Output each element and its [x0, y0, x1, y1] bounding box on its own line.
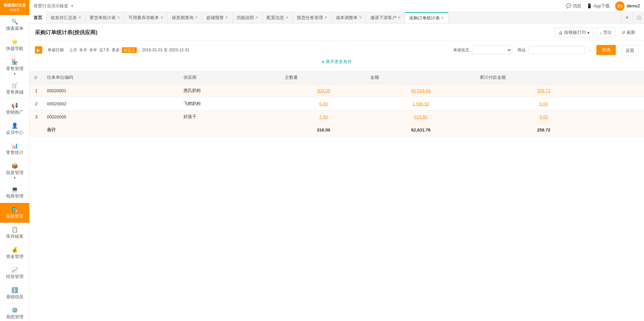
table-row[interactable]: 1 00020001 惠氏奶粉 303.00 60,519.44 259.72: [30, 84, 644, 97]
date-range: 2016-01-01 至 2023-12-31: [142, 47, 190, 53]
sidebar-item-2[interactable]: 🏪零售管理▲: [0, 55, 29, 79]
print-label: 按模板打印: [564, 30, 586, 36]
sidebar-arrow-7: ▲: [13, 176, 16, 179]
print-icon: 🖨: [558, 30, 563, 35]
print-button[interactable]: 🖨 按模板打印 ▾: [555, 28, 593, 38]
tab-1[interactable]: 收发存汇总表✕: [47, 12, 86, 23]
tab-10[interactable]: 邀请下游客户✕: [366, 12, 405, 23]
expand-more-btn[interactable]: ▾ 展开更多条件: [319, 57, 355, 66]
tab-close-9[interactable]: ✕: [359, 15, 362, 20]
td-qty-1[interactable]: 6.00: [281, 97, 366, 110]
footer-label: 合计: [43, 123, 179, 137]
sidebar-item-5[interactable]: 👤会员中心: [0, 119, 29, 139]
tab-7[interactable]: 配置信息✕: [263, 12, 293, 23]
tab-0[interactable]: 首页: [30, 12, 47, 23]
tab-9[interactable]: 成本调整单✕: [332, 12, 366, 23]
tab-close-5[interactable]: ✕: [225, 15, 228, 20]
shortcut-more[interactable]: 更多: [112, 47, 120, 53]
th-supplier: 供应商: [179, 71, 281, 84]
sidebar-item-14[interactable]: ⚙️系统管理: [0, 304, 29, 321]
sidebar-icon-9: 🛍️: [11, 206, 18, 213]
tab-5[interactable]: 超储预警✕: [202, 12, 232, 23]
tab-close-4[interactable]: ✕: [195, 15, 198, 20]
shortcut-7-days[interactable]: 近7天: [99, 47, 110, 53]
th-qty: 主数量: [281, 71, 366, 84]
tab-close-2[interactable]: ✕: [117, 15, 120, 20]
tab-close-btn[interactable]: ✕: [621, 12, 633, 23]
custom-badge[interactable]: 自定义: [122, 47, 137, 53]
sidebar-item-10[interactable]: 📋库存核算: [0, 223, 29, 243]
page-title: 采购订单统计表(按供应商): [35, 29, 98, 36]
sidebar-item-7[interactable]: 📦批发管理▲: [0, 159, 29, 183]
goods-more-icon[interactable]: ···: [587, 48, 591, 53]
filter-row: ▶ 单据日期 上月 本月 本年 近7天 更多 自定义 2016-01-01 至 …: [35, 44, 639, 56]
td-paid-0[interactable]: 259.72: [476, 84, 612, 97]
expand-label: 展开更多条件: [326, 59, 352, 65]
td-amount-2[interactable]: 525.80: [366, 110, 476, 123]
app-icon: 📱: [587, 3, 592, 8]
user-menu[interactable]: Ea demo2: [615, 1, 640, 11]
tab-close-10[interactable]: ✕: [398, 15, 401, 20]
query-button[interactable]: 查询: [596, 45, 616, 55]
td-paid-2[interactable]: 0.00: [476, 110, 612, 123]
filter-toggle-btn[interactable]: ▶: [35, 46, 42, 54]
expand-icon: ▾: [322, 59, 324, 64]
td-amount-1[interactable]: 1,586.52: [366, 97, 476, 110]
tab-4[interactable]: 保质期查询✕: [168, 12, 202, 23]
td-paid-1[interactable]: 0.00: [476, 97, 612, 110]
sidebar-icon-6: 📊: [11, 143, 18, 149]
sidebar-item-9[interactable]: 🛍️采购管理: [0, 203, 29, 223]
sidebar-item-0[interactable]: 🔍搜索菜单: [0, 15, 29, 35]
tab-close-8[interactable]: ✕: [324, 15, 327, 20]
tab-close-3[interactable]: ✕: [160, 15, 163, 20]
sidebar-item-3[interactable]: 🛒零售商城: [0, 79, 29, 99]
td-qty-0[interactable]: 303.00: [281, 84, 366, 97]
sidebar-item-8[interactable]: 💻电商管理: [0, 183, 29, 203]
tab-3[interactable]: 可用量库存账本✕: [124, 12, 168, 23]
td-amount-0[interactable]: 60,519.44: [366, 84, 476, 97]
tab-6[interactable]: 功能说明✕: [232, 12, 263, 23]
message-btn[interactable]: 💬 消息: [566, 3, 581, 9]
tab-close-1[interactable]: ✕: [78, 15, 81, 20]
user-name: demo2: [627, 3, 640, 8]
sidebar-item-4[interactable]: 📢营销推广: [0, 99, 29, 119]
tab-11[interactable]: 采购订单统计表✕: [405, 12, 448, 23]
tab-8[interactable]: 拣货任务管理✕: [293, 12, 332, 23]
sidebar-logo[interactable]: 畅捷通好生意 标题版: [0, 0, 29, 15]
app-download-btn[interactable]: 📱 App下载: [587, 3, 610, 9]
sidebar-label-13: 基础信息: [6, 294, 23, 300]
td-no-1: 2: [30, 97, 43, 110]
table-row[interactable]: 2 00020002 飞鹤奶粉 6.00 1,586.52 0.00: [30, 97, 644, 110]
shortcut-last-month[interactable]: 上月: [69, 47, 77, 53]
sidebar-label-4: 营销推广: [6, 109, 23, 115]
tab-close-7[interactable]: ✕: [285, 15, 288, 20]
shortcut-this-month[interactable]: 本月: [79, 47, 87, 53]
tab-label-9: 成本调整单: [336, 15, 358, 21]
sidebar-label-7: 批发管理: [6, 170, 23, 176]
tab-close-11[interactable]: ✕: [441, 16, 444, 20]
goods-input[interactable]: [528, 46, 585, 54]
export-button[interactable]: ↓ 导出: [596, 28, 616, 38]
table-row[interactable]: 3 00020005 好孩子 7.00 525.80 0.00: [30, 110, 644, 123]
refresh-button[interactable]: ↺ 刷新: [618, 28, 639, 37]
tab-close-6[interactable]: ✕: [255, 15, 258, 20]
td-qty-2[interactable]: 7.00: [281, 110, 366, 123]
shortcut-this-year[interactable]: 本年: [89, 47, 97, 53]
settings-button[interactable]: 设置: [621, 45, 639, 56]
tab-maximize-btn[interactable]: ⬜: [633, 12, 644, 23]
tab-label-6: 功能说明: [236, 15, 254, 21]
workspace-dropdown-icon[interactable]: ▾: [71, 3, 73, 8]
sidebar-item-13[interactable]: ℹ️基础信息: [0, 283, 29, 304]
sidebar-icon-8: 💻: [11, 186, 18, 193]
sidebar-item-11[interactable]: 💰资金管理: [0, 243, 29, 263]
tab-label-3: 可用量库存账本: [128, 15, 159, 21]
tab-2[interactable]: 要货单统计表✕: [86, 12, 124, 23]
status-select[interactable]: [472, 46, 512, 54]
sidebar-item-1[interactable]: ⭐快捷导航: [0, 35, 29, 55]
sidebar-item-12[interactable]: 📈经营管理: [0, 263, 29, 283]
td-supplier-1: 飞鹤奶粉: [179, 97, 281, 110]
sidebar-icon-4: 📢: [11, 102, 18, 109]
sidebar-icon-11: 💰: [11, 247, 18, 253]
sidebar-item-6[interactable]: 📊零售统计: [0, 139, 29, 159]
th-gear[interactable]: ⚙: [30, 71, 43, 84]
